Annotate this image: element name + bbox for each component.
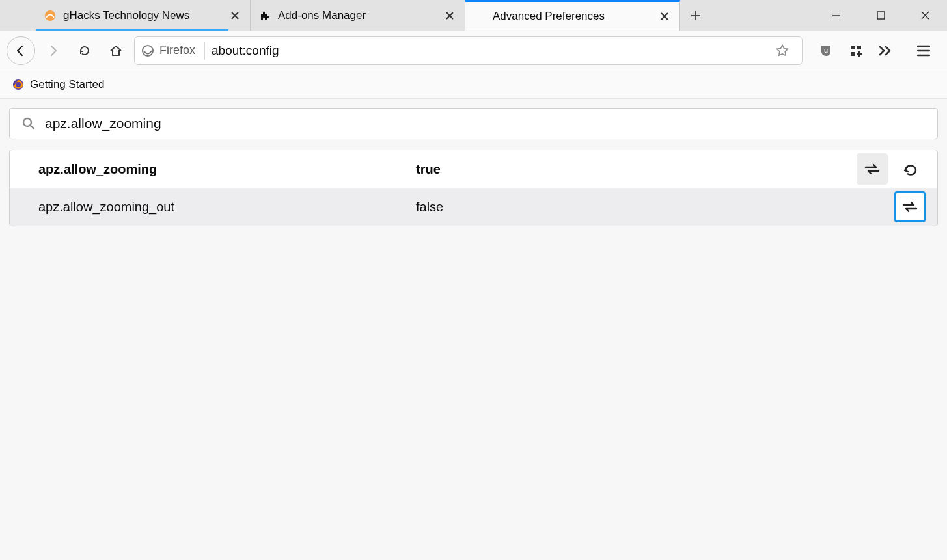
tab-close-button[interactable] <box>657 9 672 23</box>
identity-label: Firefox <box>159 44 195 57</box>
search-icon <box>21 116 36 131</box>
toggle-button[interactable] <box>857 153 888 185</box>
undo-icon <box>901 163 918 176</box>
toggle-arrows-icon <box>864 163 881 176</box>
svg-point-8 <box>16 82 21 87</box>
ublock-icon[interactable]: u <box>812 38 840 64</box>
toggle-arrows-icon <box>901 200 918 213</box>
no-favicon <box>473 10 486 23</box>
url-bar[interactable]: Firefox about:config <box>134 36 803 65</box>
page-content: apz.allow_zooming true apz.allow_zooming… <box>0 99 947 560</box>
tab-spacer <box>0 0 36 31</box>
pref-search-box[interactable] <box>9 108 938 139</box>
back-button[interactable] <box>7 36 35 65</box>
svg-text:u: u <box>824 47 828 54</box>
pref-value: true <box>416 162 857 177</box>
pref-value: false <box>416 200 894 215</box>
tab-close-button[interactable] <box>228 8 242 23</box>
minimize-button[interactable] <box>814 0 858 31</box>
bookmark-label: Getting Started <box>30 78 104 91</box>
addons-grid-icon[interactable] <box>842 38 870 64</box>
tab-advanced-prefs[interactable]: Advanced Preferences <box>465 0 680 31</box>
svg-rect-4 <box>851 46 855 49</box>
svg-rect-5 <box>857 46 861 49</box>
puzzle-icon <box>258 9 271 22</box>
reset-button[interactable] <box>894 153 926 185</box>
svg-rect-6 <box>851 52 855 56</box>
bookmark-getting-started[interactable]: Getting Started <box>12 75 104 94</box>
bookmark-star-button[interactable] <box>769 38 795 64</box>
forward-button[interactable] <box>40 38 66 64</box>
home-button[interactable] <box>103 38 129 64</box>
tab-label: Add-ons Manager <box>278 9 436 22</box>
tab-label: Advanced Preferences <box>493 10 651 23</box>
window-controls <box>814 0 947 31</box>
pref-search-input[interactable] <box>45 116 926 131</box>
toggle-button[interactable] <box>894 191 926 222</box>
new-tab-button[interactable] <box>680 0 711 31</box>
tab-strip: gHacks Technology News Add-ons Manager A… <box>0 0 947 31</box>
overflow-chevrons-icon[interactable] <box>872 38 900 64</box>
nav-toolbar: Firefox about:config u <box>0 31 947 70</box>
tab-addons[interactable]: Add-ons Manager <box>251 0 465 31</box>
close-window-button[interactable] <box>903 0 947 31</box>
tab-label: gHacks Technology News <box>63 9 221 22</box>
pref-row[interactable]: apz.allow_zooming true <box>10 150 937 188</box>
pref-list: apz.allow_zooming true apz.allow_zooming… <box>9 150 938 226</box>
pref-name: apz.allow_zooming_out <box>38 200 416 215</box>
firefox-icon <box>141 44 154 57</box>
tab-ghacks[interactable]: gHacks Technology News <box>36 0 251 31</box>
reload-button[interactable] <box>72 38 98 64</box>
svg-rect-1 <box>877 12 885 19</box>
tab-close-button[interactable] <box>443 8 457 23</box>
pref-row[interactable]: apz.allow_zooming_out false <box>10 188 937 226</box>
maximize-button[interactable] <box>858 0 903 31</box>
ghacks-favicon <box>44 9 57 22</box>
url-text: about:config <box>212 44 279 58</box>
bookmarks-toolbar: Getting Started <box>0 70 947 99</box>
pref-name: apz.allow_zooming <box>38 162 416 177</box>
identity-box[interactable]: Firefox <box>141 42 205 60</box>
svg-point-0 <box>45 10 55 21</box>
firefox-bookmark-icon <box>12 78 25 91</box>
hamburger-menu-button[interactable] <box>909 38 938 64</box>
